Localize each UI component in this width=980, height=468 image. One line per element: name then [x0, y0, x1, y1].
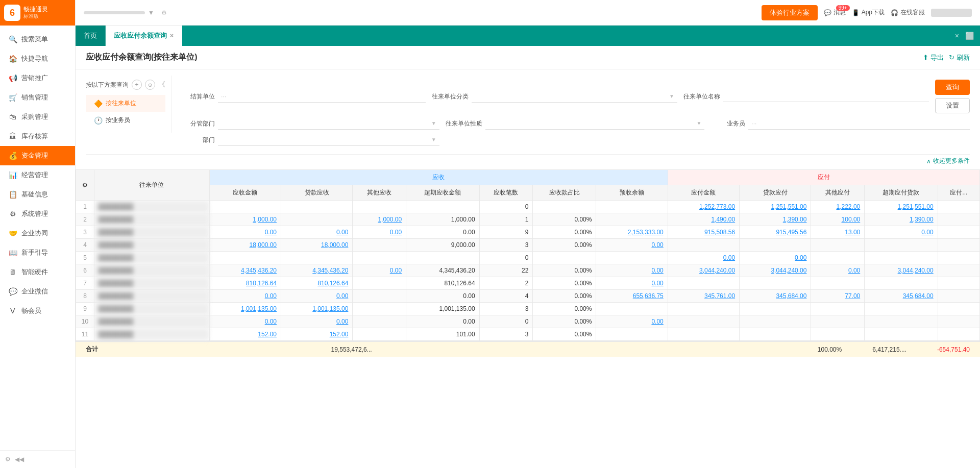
sidebar-collapse-icon[interactable]: ◀◀	[15, 456, 24, 463]
add-scheme-btn[interactable]: +	[132, 80, 142, 90]
salesperson-select[interactable]: ···	[748, 117, 970, 130]
other-recv[interactable]: 0.00	[353, 264, 406, 277]
sidebar-item-sales[interactable]: 🛒 销售管理	[0, 88, 75, 107]
table-container[interactable]: ⚙ 往来单位 应收 应付 应收金额 贷款应收	[76, 169, 980, 468]
sidebar-item-hardware[interactable]: 🖥 智能硬件	[0, 262, 75, 282]
sidebar-item-search[interactable]: 🔍 搜索菜单	[0, 30, 75, 49]
overdue-pay[interactable]: 1,251,551.00	[865, 201, 938, 213]
other-pay[interactable]: 77.00	[811, 290, 865, 303]
settlement-unit-select[interactable]: ···	[218, 90, 426, 103]
loan-recv[interactable]: 0.00	[281, 315, 353, 328]
nature-chevron: ▼	[696, 120, 701, 126]
other-pay[interactable]: 0.00	[811, 264, 865, 277]
pay-more	[938, 226, 979, 239]
export-btn[interactable]: ⬆ 导出	[923, 53, 944, 62]
recv-amount[interactable]: 1,001,135.00	[209, 303, 281, 315]
overdue-pay[interactable]: 345,684.00	[865, 290, 938, 303]
pay-amount[interactable]: 345,761.00	[668, 290, 739, 303]
overdue-pay[interactable]: 1,390.00	[865, 213, 938, 226]
loan-recv[interactable]: 152.00	[281, 328, 353, 341]
sidebar-item-inventory[interactable]: 🏛 库存核算	[0, 127, 75, 146]
row-name: ████████	[94, 226, 210, 239]
sidebar-item-finance[interactable]: 💰 资金管理	[0, 146, 75, 165]
other-recv[interactable]: 0.00	[353, 226, 406, 239]
setting-btn[interactable]: 设置	[935, 98, 970, 113]
sidebar-item-nav[interactable]: 🏠 快捷导航	[0, 49, 75, 68]
scheme-item-partner[interactable]: 🔶 按往来单位	[86, 95, 165, 112]
recv-amount[interactable]: 0.00	[209, 290, 281, 303]
prepaid[interactable]: 0.00	[596, 277, 668, 290]
loan-pay[interactable]: 345,684.00	[740, 290, 811, 303]
scheme-collapse-btn[interactable]: 《	[158, 80, 165, 89]
scheme-item-staff[interactable]: 🕐 按业务员	[86, 112, 165, 129]
sidebar-item-basic[interactable]: 📋 基础信息	[0, 185, 75, 204]
sidebar-item-marketing[interactable]: 📢 营销推广	[0, 68, 75, 88]
tab-home[interactable]: 首页	[76, 26, 106, 46]
sidebar-item-enterprise[interactable]: 🤝 企业协同	[0, 224, 75, 243]
loan-pay[interactable]: 3,044,240.00	[740, 264, 811, 277]
topbar-gear-icon[interactable]: ⚙	[161, 9, 167, 16]
recv-amount[interactable]: 18,000.00	[209, 239, 281, 252]
window-maximize-btn[interactable]: ⬜	[965, 32, 974, 40]
sidebar-item-purchase[interactable]: 🛍 采购管理	[0, 107, 75, 127]
refresh-btn[interactable]: ↻ 刷新	[949, 53, 970, 62]
loan-recv[interactable]: 0.00	[281, 226, 353, 239]
pay-amount[interactable]: 1,252,773.00	[668, 201, 739, 213]
loan-recv[interactable]: 0.00	[281, 290, 353, 303]
department-select[interactable]: ▼	[218, 134, 439, 146]
partner-name-input[interactable]	[723, 91, 929, 102]
sidebar-item-operation[interactable]: 📊 经营管理	[0, 165, 75, 185]
other-recv[interactable]: 1,000.00	[353, 213, 406, 226]
loan-pay[interactable]: 1,390.00	[740, 213, 811, 226]
collapse-more-btn[interactable]: ∧ 收起更多条件	[926, 157, 970, 165]
overdue-pay[interactable]: 0.00	[865, 226, 938, 239]
loan-recv[interactable]: 1,001,135.00	[281, 303, 353, 315]
sidebar-item-system[interactable]: ⚙ 系统管理	[0, 204, 75, 224]
pay-amount[interactable]: 1,490.00	[668, 213, 739, 226]
prepaid[interactable]: 655,636.75	[596, 290, 668, 303]
settings-col-header[interactable]: ⚙	[76, 170, 94, 201]
sidebar-item-guide[interactable]: 📖 新手引导	[0, 243, 75, 262]
tab-close-btn[interactable]: ×	[170, 32, 174, 39]
messages-btn[interactable]: 💬 消息 99+	[824, 8, 846, 17]
dept-manager-select[interactable]: ▼	[218, 117, 439, 130]
other-pay[interactable]: 13.00	[811, 226, 865, 239]
recv-count: 3	[479, 303, 533, 315]
pay-amount[interactable]: 3,044,240.00	[668, 264, 739, 277]
loan-recv[interactable]: 4,345,436.20	[281, 264, 353, 277]
service-btn[interactable]: 🎧 在线客服	[891, 8, 925, 17]
recv-amount[interactable]: 810,126.64	[209, 277, 281, 290]
sidebar-item-member[interactable]: Ⅴ 畅会员	[0, 301, 75, 321]
partner-category-select[interactable]: ▼	[472, 90, 677, 103]
tab-active[interactable]: 应收应付余额查询 ×	[106, 26, 182, 46]
sidebar-settings-icon[interactable]: ⚙	[5, 456, 11, 463]
recv-amount[interactable]: 0.00	[209, 226, 281, 239]
industry-btn[interactable]: 体验行业方案	[762, 5, 818, 20]
prepaid[interactable]: 0.00	[596, 315, 668, 328]
loan-recv[interactable]: 18,000.00	[281, 239, 353, 252]
loan-recv[interactable]: 810,126.64	[281, 277, 353, 290]
app-download-btn[interactable]: 📱 App下载	[852, 8, 885, 17]
pay-amount[interactable]: 915,508.56	[668, 226, 739, 239]
other-pay[interactable]: 1,222.00	[811, 201, 865, 213]
loan-pay[interactable]: 1,251,551.00	[740, 201, 811, 213]
prepaid[interactable]: 0.00	[596, 239, 668, 252]
loan-pay[interactable]: 915,495.56	[740, 226, 811, 239]
topbar-dropdown-icon[interactable]: ▼	[148, 9, 154, 16]
guide-icon: 📖	[8, 249, 17, 257]
sidebar-item-wechat[interactable]: 💬 企业微信	[0, 282, 75, 301]
recv-amount[interactable]: 0.00	[209, 315, 281, 328]
window-close-btn[interactable]: ×	[955, 32, 959, 40]
prepaid[interactable]: 2,153,333.00	[596, 226, 668, 239]
scheme-settings-btn[interactable]: ⊙	[145, 80, 155, 90]
recv-amount[interactable]: 1,000.00	[209, 213, 281, 226]
partner-nature-select[interactable]: ▼	[485, 117, 705, 130]
overdue-pay[interactable]: 3,044,240.00	[865, 264, 938, 277]
recv-amount[interactable]: 4,345,436.20	[209, 264, 281, 277]
loan-pay[interactable]: 0.00	[740, 252, 811, 264]
prepaid[interactable]: 0.00	[596, 264, 668, 277]
recv-amount[interactable]: 152.00	[209, 328, 281, 341]
pay-amount[interactable]: 0.00	[668, 252, 739, 264]
query-btn[interactable]: 查询	[935, 80, 970, 95]
other-pay[interactable]: 100.00	[811, 213, 865, 226]
